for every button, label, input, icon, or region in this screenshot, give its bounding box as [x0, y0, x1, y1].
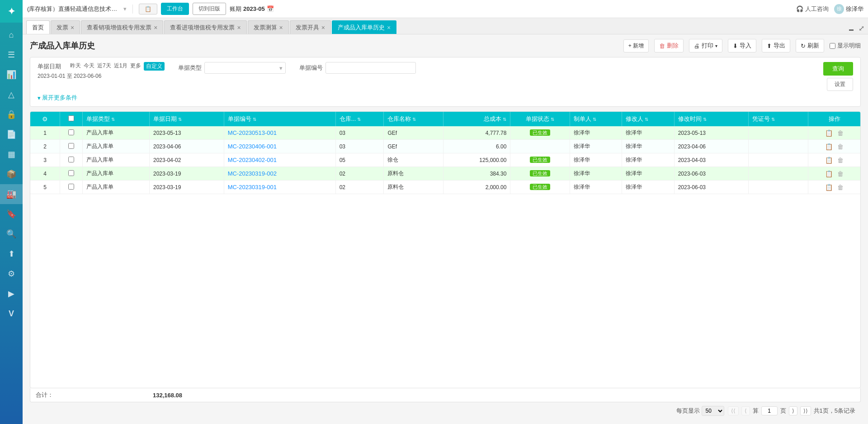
sidebar-item-grid[interactable]: ▦: [0, 144, 23, 164]
edit-btn-2[interactable]: 📋: [824, 157, 834, 164]
sidebar-item-chart[interactable]: 📊: [0, 65, 23, 85]
row-checkbox-2[interactable]: [68, 157, 74, 162]
company-selector[interactable]: (库存核算）直播轻疏通信息技术股份... ▾: [27, 5, 127, 13]
cell-doc-no-4[interactable]: MC-20230319-001: [224, 181, 335, 194]
refresh-btn[interactable]: ↻ 刷新: [796, 39, 824, 52]
col-header-doc-no[interactable]: 单据编号⇅: [224, 112, 335, 126]
sidebar-item-play[interactable]: ▶: [0, 284, 23, 304]
tab-invoice-open[interactable]: 发票开具 ×: [290, 20, 331, 34]
import-btn[interactable]: ⬇ 导入: [728, 39, 756, 52]
col-header-settings[interactable]: ⚙: [30, 112, 60, 126]
delete-row-btn-2[interactable]: 🗑: [836, 157, 845, 164]
sidebar-item-warehouse[interactable]: 📦: [0, 164, 23, 184]
sidebar-item-warning[interactable]: △: [0, 85, 23, 105]
date-range-display[interactable]: 2023-01-01 至 2023-06-06: [38, 72, 165, 80]
next-page-btn[interactable]: ⟩: [789, 406, 797, 415]
row-checkbox-4[interactable]: [68, 184, 74, 190]
page-input[interactable]: [761, 406, 778, 415]
edit-btn-3[interactable]: 📋: [824, 170, 834, 177]
tab-product-warehouse-close[interactable]: ×: [387, 24, 391, 31]
first-page-btn[interactable]: ⟨⟨: [728, 406, 739, 415]
per-page-select[interactable]: 20 50 100: [702, 406, 724, 416]
delete-row-btn-4[interactable]: 🗑: [836, 184, 845, 191]
prev-page-btn[interactable]: ⟨: [741, 406, 750, 415]
col-header-creator[interactable]: 制单人⇅: [570, 112, 622, 126]
export-btn[interactable]: ⬆ 导出: [762, 39, 790, 52]
switch-version-btn[interactable]: 切到旧版: [193, 3, 226, 15]
sidebar-item-invoice[interactable]: ☰: [0, 45, 23, 65]
copy-doc-btn[interactable]: 📋: [139, 4, 157, 14]
col-header-check[interactable]: [60, 112, 82, 126]
col-header-status[interactable]: 单据状态⇅: [510, 112, 570, 126]
col-header-voucher[interactable]: 凭证号⇅: [749, 112, 808, 126]
col-header-warehouse[interactable]: 仓库...⇅: [335, 112, 384, 126]
doc-type-select[interactable]: ▾: [204, 62, 286, 74]
tab-invoice-calc[interactable]: 发票测算 ×: [248, 20, 289, 34]
table-settings-icon[interactable]: ⚙: [42, 115, 48, 123]
query-btn[interactable]: 查询: [823, 62, 853, 76]
support-btn[interactable]: 🎧 人工咨询: [796, 5, 829, 13]
shortcut-today[interactable]: 今天: [84, 62, 94, 71]
tab-view-input-vat[interactable]: 查看进项增值税专用发票 ×: [164, 20, 246, 34]
last-page-btn[interactable]: ⟩⟩: [800, 406, 811, 415]
delete-row-btn-0[interactable]: 🗑: [836, 129, 845, 137]
tab-minimize-btn[interactable]: 🗕: [848, 25, 855, 32]
select-all-checkbox[interactable]: [68, 115, 74, 121]
cell-doc-no-1[interactable]: MC-20230406-001: [224, 140, 335, 153]
doc-no-link-4[interactable]: MC-20230319-001: [228, 184, 277, 191]
sidebar-item-settings[interactable]: ⚙: [0, 264, 23, 284]
tab-view-sales-vat[interactable]: 查看销项增值税专用发票 ×: [81, 20, 163, 34]
col-header-total-cost[interactable]: 总成本⇅: [443, 112, 510, 126]
doc-no-link-1[interactable]: MC-20230406-001: [228, 143, 277, 150]
doc-no-input[interactable]: [326, 62, 416, 74]
delete-row-btn-3[interactable]: 🗑: [836, 170, 845, 177]
col-header-doc-date[interactable]: 单据日期⇅: [149, 112, 224, 126]
shortcut-more[interactable]: 更多: [130, 62, 141, 71]
cell-doc-no-2[interactable]: MC-20230402-001: [224, 153, 335, 167]
cell-check-3[interactable]: [60, 167, 82, 181]
tab-maximize-btn[interactable]: ⤢: [859, 25, 864, 32]
tab-view-sales-vat-close[interactable]: ×: [154, 24, 157, 31]
cell-check-0[interactable]: [60, 126, 82, 140]
expand-more-btn[interactable]: ▾ 展开更多条件: [38, 94, 853, 102]
sidebar-item-stamp[interactable]: 🔖: [0, 204, 23, 224]
print-btn[interactable]: 🖨 打印: [689, 39, 722, 52]
tab-product-warehouse[interactable]: 产成品入库单历史 ×: [332, 20, 396, 34]
col-header-warehouse-name[interactable]: 仓库名称⇅: [384, 112, 443, 126]
tab-invoice[interactable]: 发票 ×: [51, 20, 80, 34]
sidebar-item-home[interactable]: ⌂: [0, 25, 23, 45]
sidebar-item-doc[interactable]: 📄: [0, 124, 23, 144]
shortcut-7days[interactable]: 近7天: [97, 62, 111, 71]
doc-no-link-3[interactable]: MC-20230319-002: [228, 170, 277, 177]
row-checkbox-0[interactable]: [68, 129, 74, 135]
sidebar-item-upload[interactable]: ⬆: [0, 244, 23, 264]
sidebar-item-lock[interactable]: 🔒: [0, 105, 23, 124]
cell-check-4[interactable]: [60, 181, 82, 194]
edit-btn-1[interactable]: 📋: [824, 143, 834, 150]
col-header-modifier[interactable]: 修改人⇅: [622, 112, 674, 126]
shortcut-custom[interactable]: 自定义: [144, 62, 165, 71]
sidebar-item-v[interactable]: V: [0, 304, 23, 324]
tab-invoice-close[interactable]: ×: [71, 24, 74, 31]
workspace-btn[interactable]: 工作台: [161, 3, 189, 15]
row-checkbox-1[interactable]: [68, 143, 74, 149]
tab-invoice-open-close[interactable]: ×: [321, 24, 325, 31]
user-profile[interactable]: 徐 徐泽华: [834, 4, 863, 14]
col-header-mod-date[interactable]: 修改时间⇅: [674, 112, 749, 126]
col-header-doc-type[interactable]: 单据类型⇅: [82, 112, 149, 126]
row-checkbox-3[interactable]: [68, 170, 74, 176]
show-detail-checkbox[interactable]: [830, 43, 835, 49]
doc-no-link-0[interactable]: MC-20230513-001: [228, 129, 277, 136]
sidebar-item-product[interactable]: 🏭: [0, 184, 23, 204]
cell-doc-no-3[interactable]: MC-20230319-002: [224, 167, 335, 181]
tab-home[interactable]: 首页: [26, 20, 50, 34]
tab-view-input-vat-close[interactable]: ×: [237, 24, 241, 31]
new-btn[interactable]: + 新增: [623, 39, 649, 52]
delete-btn[interactable]: 🗑 删除: [654, 39, 684, 52]
doc-no-link-2[interactable]: MC-20230402-001: [228, 157, 277, 163]
edit-btn-0[interactable]: 📋: [824, 129, 834, 137]
delete-row-btn-1[interactable]: 🗑: [836, 143, 845, 150]
shortcut-1month[interactable]: 近1月: [114, 62, 128, 71]
cell-check-1[interactable]: [60, 140, 82, 153]
tab-invoice-calc-close[interactable]: ×: [279, 24, 283, 31]
